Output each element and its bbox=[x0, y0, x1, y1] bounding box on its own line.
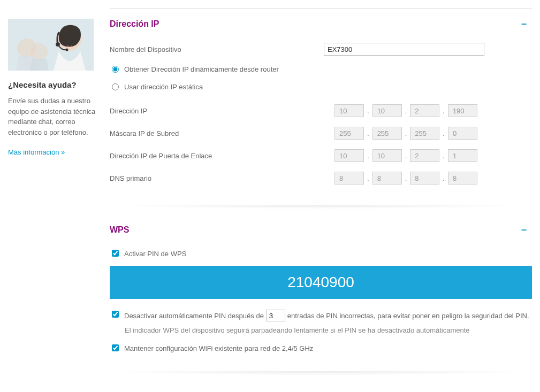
ip-section: Dirección IP – Nombre del Dispositivo Ob… bbox=[110, 8, 532, 199]
subnet-octet-1 bbox=[334, 127, 364, 140]
keep-wifi-label: Mantener configuración WiFi existente pa… bbox=[124, 343, 313, 354]
subnet-octet-2 bbox=[372, 127, 402, 140]
svg-point-2 bbox=[65, 40, 67, 41]
gateway-octet-1 bbox=[334, 149, 364, 162]
ip-section-title: Dirección IP bbox=[110, 19, 159, 29]
ip-octet-2 bbox=[372, 104, 402, 117]
dns-octet-2 bbox=[372, 172, 402, 185]
svg-point-7 bbox=[31, 43, 48, 60]
svg-point-3 bbox=[72, 40, 74, 41]
dns-group: . . . bbox=[334, 172, 477, 185]
more-info-link[interactable]: Más información » bbox=[8, 148, 65, 156]
gateway-group: . . . bbox=[334, 149, 477, 162]
auto-disable-text-post: entradas de PIN incorrectas, para evitar… bbox=[287, 310, 529, 322]
radio-dynamic-label: Obtener Dirección IP dinámicamente desde… bbox=[124, 65, 279, 73]
main-content: Dirección IP – Nombre del Dispositivo Ob… bbox=[110, 8, 532, 381]
ip-octet-4 bbox=[448, 104, 477, 117]
auto-disable-pin-checkbox[interactable] bbox=[112, 311, 119, 318]
collapse-icon[interactable]: – bbox=[521, 18, 532, 29]
subnet-octet-4 bbox=[448, 127, 477, 140]
ip-address-group: . . . bbox=[334, 104, 477, 117]
radio-static-ip[interactable] bbox=[112, 83, 119, 90]
auto-disable-text-pre: Desactivar automáticamente PIN después d… bbox=[124, 310, 264, 322]
help-image bbox=[8, 19, 94, 71]
ip-address-label: Dirección IP bbox=[110, 107, 334, 115]
keep-wifi-checkbox[interactable] bbox=[112, 344, 119, 351]
dns-octet-1 bbox=[334, 172, 364, 185]
help-text: Envíe sus dudas a nuestro equipo de asis… bbox=[8, 96, 99, 137]
device-name-input[interactable] bbox=[324, 43, 484, 56]
radio-static-label: Usar dirección IP estática bbox=[124, 83, 203, 91]
help-sidebar: ¿Necesita ayuda? Envíe sus dudas a nuest… bbox=[8, 8, 110, 381]
wps-section: WPS – Activar PIN de WPS 21040900 Desact… bbox=[110, 214, 532, 366]
auto-disable-pin-label: Desactivar automáticamente PIN después d… bbox=[124, 310, 529, 322]
auto-disable-count-input[interactable] bbox=[266, 310, 285, 321]
wps-section-title: WPS bbox=[110, 225, 129, 235]
subnet-octet-3 bbox=[410, 127, 439, 140]
subnet-group: . . . bbox=[334, 127, 477, 140]
radio-dynamic-ip[interactable] bbox=[112, 66, 119, 73]
gateway-octet-2 bbox=[372, 149, 402, 162]
device-name-label: Nombre del Dispositivo bbox=[110, 45, 324, 53]
gateway-octet-4 bbox=[448, 149, 477, 162]
ip-octet-1 bbox=[334, 104, 364, 117]
section-divider bbox=[110, 205, 532, 209]
subnet-label: Máscara IP de Subred bbox=[110, 129, 334, 137]
help-title: ¿Necesita ayuda? bbox=[8, 80, 99, 89]
collapse-icon[interactable]: – bbox=[521, 224, 532, 235]
enable-wps-pin-checkbox[interactable] bbox=[112, 250, 119, 257]
auto-disable-note: El indicador WPS del dispositivo seguirá… bbox=[125, 325, 532, 336]
wps-pin-banner: 21040900 bbox=[110, 266, 532, 299]
section-divider bbox=[110, 371, 532, 375]
gateway-label: Dirección IP de Puerta de Enlace bbox=[110, 152, 334, 160]
enable-wps-pin-label: Activar PIN de WPS bbox=[124, 249, 186, 259]
dns-octet-4 bbox=[448, 172, 477, 185]
dns-label: DNS primario bbox=[110, 174, 334, 182]
ip-octet-3 bbox=[410, 104, 439, 117]
svg-point-5 bbox=[66, 49, 69, 51]
dns-octet-3 bbox=[410, 172, 439, 185]
gateway-octet-3 bbox=[410, 149, 439, 162]
